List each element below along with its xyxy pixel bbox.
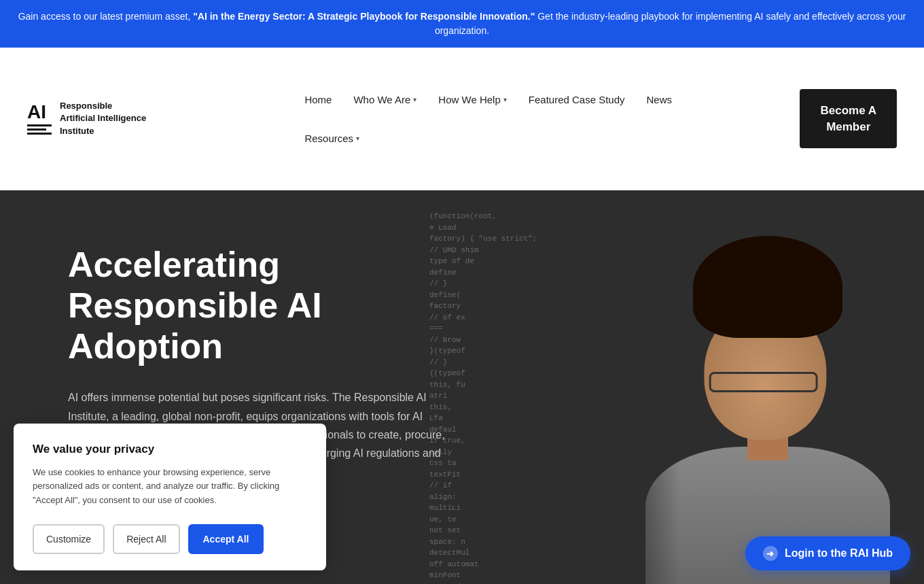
accept-all-button[interactable]: Accept All — [188, 524, 264, 554]
top-banner: Gain access to our latest premium asset,… — [0, 0, 924, 48]
logo-line-1 — [27, 124, 52, 126]
logo-ai-text: AI — [27, 103, 52, 122]
logo-lines — [27, 124, 52, 135]
nav-item-news[interactable]: News — [639, 88, 681, 111]
customize-button[interactable]: Customize — [33, 524, 105, 554]
nav-how-label: How We Help — [438, 94, 500, 105]
nav-item-featured-case-study[interactable]: Featured Case Study — [520, 88, 633, 111]
hero-fade-overlay — [611, 243, 679, 584]
nav-item-home[interactable]: Home — [296, 88, 340, 111]
logo-line-2 — [27, 128, 46, 131]
nav-area: Home Who We Are ▾ How We Help ▾ Featured… — [296, 80, 680, 158]
person-hair — [693, 236, 842, 338]
become-member-line2: Member — [826, 120, 870, 133]
nav-news-label: News — [647, 94, 673, 105]
chevron-down-icon: ▾ — [503, 96, 507, 103]
nav-home-label: Home — [304, 94, 332, 105]
logo-icon: AI — [27, 103, 52, 135]
login-rai-hub-button[interactable]: ➜ Login to the RAI Hub — [745, 536, 910, 570]
cookie-text: We use cookies to enhance your browsing … — [33, 466, 307, 508]
nav-featured-label: Featured Case Study — [529, 94, 625, 105]
cookie-title: We value your privacy — [33, 443, 307, 456]
logo-line-3 — [27, 133, 52, 135]
nav-who-label: Who We Are — [353, 94, 410, 105]
logo-name-line3: Institute — [60, 125, 146, 137]
login-label: Login to the RAI Hub — [785, 547, 893, 560]
nav-row-1: Home Who We Are ▾ How We Help ▾ Featured… — [296, 80, 680, 119]
reject-all-button[interactable]: Reject All — [113, 524, 179, 554]
person-silhouette — [611, 243, 924, 584]
chevron-down-icon: ▾ — [356, 135, 359, 142]
person-glasses — [709, 372, 818, 392]
become-member-line1: Become A — [820, 104, 876, 117]
nav-row-2: Resources ▾ — [296, 119, 368, 158]
cookie-buttons: Customize Reject All Accept All — [33, 524, 307, 554]
logo[interactable]: AI Responsible Artificial Intelligence I… — [27, 100, 177, 137]
header: AI Responsible Artificial Intelligence I… — [0, 48, 924, 190]
nav-resources-label: Resources — [304, 133, 353, 144]
logo-name-line2: Artificial Intelligence — [60, 112, 146, 124]
nav-item-resources[interactable]: Resources ▾ — [296, 127, 368, 150]
logo-text: Responsible Artificial Intelligence Inst… — [60, 100, 146, 137]
nav-item-who-we-are[interactable]: Who We Are ▾ — [345, 88, 425, 111]
hero-title: Accelerating Responsible AI Adoption — [68, 245, 462, 366]
nav-item-how-we-help[interactable]: How We Help ▾ — [430, 88, 514, 111]
login-icon: ➜ — [763, 546, 778, 561]
become-member-button[interactable]: Become A Member — [800, 89, 897, 149]
banner-highlight: "AI in the Energy Sector: A Strategic Pl… — [193, 11, 535, 22]
cookie-banner: We value your privacy We use cookies to … — [14, 424, 326, 570]
logo-name-line1: Responsible — [60, 100, 146, 112]
chevron-down-icon: ▾ — [413, 96, 416, 103]
banner-prefix: Gain access to our latest premium asset, — [18, 11, 191, 22]
